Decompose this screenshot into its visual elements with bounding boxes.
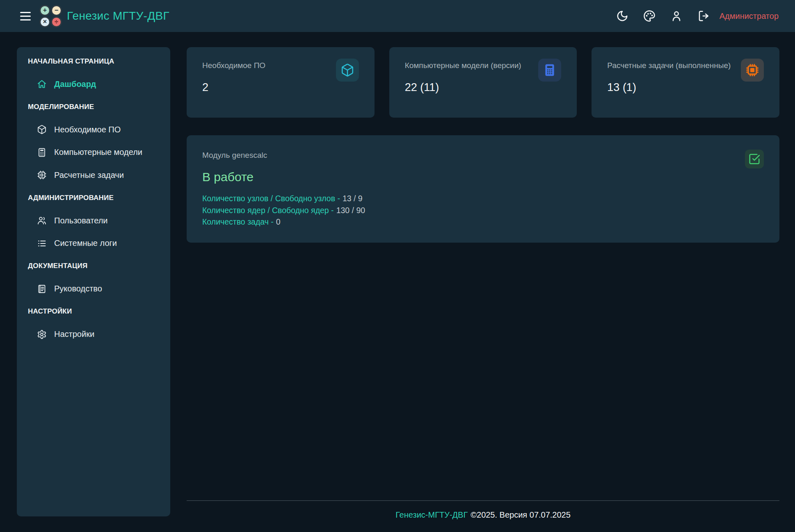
card-required-software: Необходимое ПО 2 (187, 47, 375, 118)
card-value: 13 (1) (607, 81, 764, 94)
card-title: Необходимое ПО (202, 61, 359, 70)
dark-mode-toggle-button[interactable] (616, 10, 628, 22)
stat-cores: Количество ядер / Свободно ядер -130 / 9… (202, 205, 764, 216)
header-right: Администратор (616, 10, 779, 22)
app-logo: + − × ÷ (39, 5, 62, 27)
stat-value: 13 / 9 (343, 194, 363, 203)
sidebar-item-tasks[interactable]: Расчетные задачи (17, 164, 170, 187)
logout-icon (697, 10, 710, 22)
home-icon (37, 79, 47, 89)
sidebar-item-label: Расчетные задачи (54, 171, 124, 180)
module-stats: Количество узлов / Свободно узлов -13 / … (202, 193, 764, 228)
user-role-label[interactable]: Администратор (720, 11, 779, 21)
sidebar-item-label: Настройки (54, 330, 94, 339)
box-icon (340, 63, 354, 77)
sidebar-item-dashboard[interactable]: Дашбоард (17, 73, 170, 96)
menu-toggle-button[interactable] (20, 10, 31, 22)
page-footer: Генезис-МГТУ-ДВГ©2025. Версия 07.07.2025 (187, 500, 779, 524)
stat-value: 0 (276, 217, 281, 226)
stat-nodes: Количество узлов / Свободно узлов -13 / … (202, 193, 764, 205)
sidebar-item-models[interactable]: Компьютерные модели (17, 141, 170, 164)
theme-button[interactable] (643, 10, 656, 22)
sidebar-item-label: Пользователи (54, 216, 108, 225)
card-icon-badge (538, 59, 561, 82)
divide-icon: ÷ (51, 16, 62, 27)
card-icon-badge (741, 59, 764, 82)
stat-label: Количество задач - (202, 217, 274, 226)
sidebar-section-administration: АДМИНИСТРИРОВАНИЕ (17, 186, 170, 209)
module-card-title: Модуль genescalc (202, 151, 764, 160)
users-icon (37, 216, 47, 225)
sidebar-item-label: Компьютерные модели (54, 148, 142, 157)
card-title: Компьютерные модели (версии) (405, 61, 562, 70)
header-left: + − × ÷ Генезис МГТУ-ДВГ (20, 5, 169, 27)
footer-brand-link[interactable]: Генезис-МГТУ-ДВГ (395, 510, 468, 519)
card-value: 22 (11) (405, 81, 562, 94)
card-computer-models: Компьютерные модели (версии) 22 (11) (389, 47, 577, 118)
plus-icon: + (39, 5, 50, 16)
stat-cards-row: Необходимое ПО 2 Компьютерные модели (ве… (187, 47, 779, 118)
palette-icon (643, 10, 656, 22)
sidebar-item-label: Руководство (54, 284, 102, 293)
book-icon (37, 284, 47, 294)
app-title: Генезис МГТУ-ДВГ (67, 9, 169, 23)
sidebar: НАЧАЛЬНАЯ СТРАНИЦА Дашбоард МОДЕЛИРОВАНИ… (17, 47, 170, 516)
sidebar-section-settings: НАСТРОЙКИ (17, 300, 170, 323)
sidebar-section-home: НАЧАЛЬНАЯ СТРАНИЦА (17, 50, 170, 73)
check-square-icon (748, 153, 761, 165)
stat-task-count: Количество задач -0 (202, 216, 764, 228)
stat-label: Количество ядер / Свободно ядер - (202, 206, 334, 215)
multiply-icon: × (39, 16, 50, 27)
main-content: Необходимое ПО 2 Компьютерные модели (ве… (187, 47, 779, 524)
card-calculation-tasks: Расчетные задачи (выполненные) 13 (1) (592, 47, 779, 118)
logout-button[interactable] (697, 10, 710, 22)
sidebar-section-documentation: ДОКУМЕНТАЦИЯ (17, 255, 170, 278)
sidebar-item-manual[interactable]: Руководство (17, 277, 170, 300)
card-title: Расчетные задачи (выполненные) (607, 61, 764, 70)
sidebar-item-software[interactable]: Необходимое ПО (17, 118, 170, 141)
stat-value: 130 / 90 (336, 206, 365, 215)
profile-button[interactable] (670, 10, 683, 22)
sidebar-section-modeling: МОДЕЛИРОВАНИЕ (17, 95, 170, 118)
module-genescalc-card: Модуль genescalc В работе Количество узл… (187, 135, 779, 243)
card-icon-badge (336, 59, 359, 82)
card-value: 2 (202, 81, 359, 94)
page-layout: НАЧАЛЬНАЯ СТРАНИЦА Дашбоард МОДЕЛИРОВАНИ… (0, 32, 795, 524)
minus-icon: − (51, 5, 62, 16)
box-icon (37, 125, 47, 134)
gear-icon (37, 330, 47, 339)
sidebar-item-users[interactable]: Пользователи (17, 209, 170, 232)
footer-copyright: ©2025. Версия 07.07.2025 (471, 510, 571, 519)
sidebar-item-system-logs[interactable]: Системные логи (17, 232, 170, 255)
sidebar-item-label: Системные логи (54, 239, 117, 248)
stat-label: Количество узлов / Свободно узлов - (202, 194, 340, 203)
module-status: В работе (202, 170, 764, 184)
moon-icon (616, 10, 628, 22)
sidebar-item-label: Дашбоард (54, 80, 96, 89)
user-icon (670, 10, 683, 22)
sidebar-item-label: Необходимое ПО (54, 125, 121, 134)
calculator-icon (543, 63, 557, 77)
cpu-icon (37, 170, 47, 180)
module-status-badge (745, 150, 764, 168)
calculator-icon (37, 148, 47, 157)
list-icon (37, 239, 47, 248)
app-header: + − × ÷ Генезис МГТУ-ДВГ Администратор (0, 0, 795, 32)
cpu-icon (745, 63, 759, 77)
sidebar-item-settings[interactable]: Настройки (17, 323, 170, 346)
